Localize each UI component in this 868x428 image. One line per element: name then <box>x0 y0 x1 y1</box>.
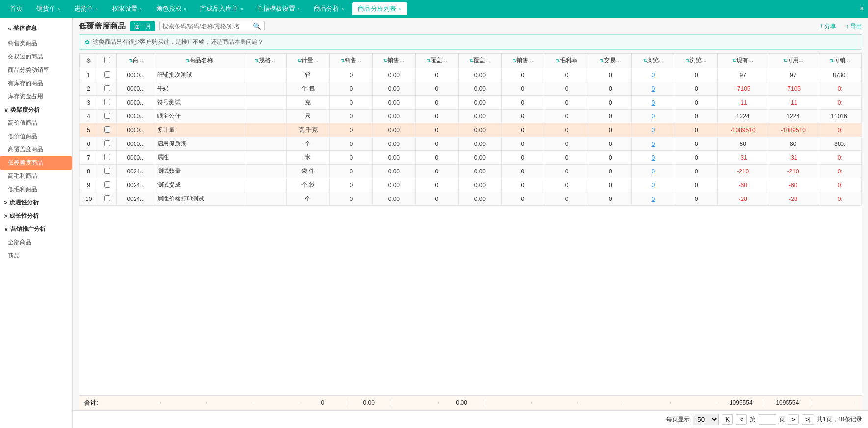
col-cover1[interactable]: ⇅覆盖... <box>415 54 459 68</box>
sidebar-item-traded-goods[interactable]: 交易过的商品 <box>0 50 72 63</box>
nav-tab-product-in[interactable]: 产成品入库单 × <box>194 2 249 15</box>
row-select-checkbox[interactable] <box>104 85 110 91</box>
browse-link[interactable]: 0 <box>651 154 655 161</box>
row-checkbox[interactable] <box>98 192 117 206</box>
browse-link[interactable]: 0 <box>651 141 655 147</box>
col-trade[interactable]: ⇅交易... <box>589 54 632 68</box>
sidebar-section-marketing[interactable]: ∨ 营销推广分析 <box>0 223 72 236</box>
col-gear[interactable]: ⚙ <box>80 54 98 68</box>
browse-link[interactable]: 0 <box>651 99 655 106</box>
row-browse1[interactable]: 0 <box>632 192 675 206</box>
row-browse1[interactable]: 0 <box>632 165 675 178</box>
col-current-stock[interactable]: ⇅现有... <box>718 54 768 68</box>
sidebar-item-new-goods[interactable]: 新品 <box>0 249 72 262</box>
row-select-checkbox[interactable] <box>104 99 110 105</box>
row-browse1[interactable]: 0 <box>632 68 675 82</box>
col-sellable[interactable]: ⇅可销... <box>818 54 862 68</box>
time-filter-button[interactable]: 近一月 <box>130 21 155 31</box>
row-browse1[interactable]: 0 <box>632 110 675 123</box>
search-input[interactable] <box>163 23 251 29</box>
row-checkbox[interactable] <box>98 123 117 137</box>
sidebar-item-high-margin[interactable]: 高毛利商品 <box>0 170 72 183</box>
nav-tab-purchase[interactable]: 进货单 × <box>68 2 104 15</box>
browse-link[interactable]: 0 <box>651 72 655 79</box>
sidebar-section-overview[interactable]: « 整体信息 <box>4 22 41 35</box>
nav-tab-goods-analysis[interactable]: 商品分析 × <box>308 2 350 15</box>
col-browse2[interactable]: ⇅浏览... <box>675 54 718 68</box>
sidebar-section-cluster[interactable]: ∨ 类聚度分析 <box>0 103 72 116</box>
row-select-checkbox[interactable] <box>104 181 110 188</box>
browse-link[interactable]: 0 <box>651 127 655 134</box>
close-icon[interactable]: × <box>297 6 300 12</box>
row-select-checkbox[interactable] <box>104 195 110 201</box>
col-cover2[interactable]: ⇅覆盖... <box>459 54 502 68</box>
col-checkbox[interactable] <box>98 54 117 68</box>
row-browse1[interactable]: 0 <box>632 82 675 96</box>
row-checkbox[interactable] <box>98 96 117 110</box>
row-browse1[interactable]: 0 <box>632 123 675 137</box>
browse-link[interactable]: 0 <box>651 196 655 202</box>
next-page-button[interactable]: > <box>788 414 799 425</box>
row-select-checkbox[interactable] <box>104 126 110 133</box>
col-code[interactable]: ⇅商... <box>117 54 155 68</box>
sidebar-item-high-coverage[interactable]: 高覆盖度商品 <box>0 143 72 156</box>
share-button[interactable]: ⤴ 分享 <box>820 22 836 30</box>
close-icon[interactable]: × <box>184 6 187 12</box>
browse-link[interactable]: 0 <box>651 86 655 92</box>
nav-tab-goods-list[interactable]: 商品分析列表 × <box>352 2 407 15</box>
export-button[interactable]: ↑ 导出 <box>846 22 862 30</box>
row-select-checkbox[interactable] <box>104 71 110 78</box>
col-margin[interactable]: ⇅毛利率 <box>544 54 589 68</box>
sidebar-item-stocked-goods[interactable]: 有库存的商品 <box>0 77 72 90</box>
sidebar-item-all-goods[interactable]: 全部商品 <box>0 236 72 249</box>
sidebar-item-high-value[interactable]: 高价值商品 <box>0 116 72 130</box>
sidebar-item-sales-goods[interactable]: 销售类商品 <box>0 37 72 50</box>
col-sale-amount[interactable]: ⇅销售... <box>373 54 416 68</box>
row-checkbox[interactable] <box>98 82 117 96</box>
close-icon[interactable]: × <box>240 6 243 12</box>
browse-link[interactable]: 0 <box>651 113 655 120</box>
row-checkbox[interactable] <box>98 137 117 151</box>
sidebar-item-category-rate[interactable]: 商品分类动销率 <box>0 63 72 77</box>
row-browse1[interactable]: 0 <box>632 137 675 151</box>
nav-tab-home[interactable]: 首页 <box>4 2 28 15</box>
row-checkbox[interactable] <box>98 68 117 82</box>
row-checkbox[interactable] <box>98 151 117 165</box>
close-icon[interactable]: × <box>341 6 344 12</box>
browse-link[interactable]: 0 <box>651 182 655 189</box>
close-icon[interactable]: × <box>398 6 401 12</box>
nav-tab-role[interactable]: 角色授权 × <box>150 2 192 15</box>
row-browse1[interactable]: 0 <box>632 96 675 110</box>
row-select-checkbox[interactable] <box>104 113 110 119</box>
first-page-button[interactable]: K <box>722 414 733 425</box>
col-browse1[interactable]: ⇅浏览... <box>632 54 675 68</box>
row-checkbox[interactable] <box>98 110 117 123</box>
row-browse1[interactable]: 0 <box>632 178 675 192</box>
sidebar-section-growth[interactable]: > 成长性分析 <box>0 209 72 223</box>
sidebar-item-low-coverage[interactable]: 低覆盖度商品 <box>0 156 72 170</box>
row-select-checkbox[interactable] <box>104 140 110 146</box>
row-select-checkbox[interactable] <box>104 154 110 160</box>
row-checkbox[interactable] <box>98 165 117 178</box>
close-icon[interactable]: × <box>139 6 142 12</box>
browse-link[interactable]: 0 <box>651 168 655 175</box>
close-icon[interactable]: × <box>57 6 60 12</box>
close-icon[interactable]: × <box>95 6 98 12</box>
col-spec[interactable]: ⇅规格... <box>244 54 287 68</box>
row-checkbox[interactable] <box>98 178 117 192</box>
nav-tab-sales[interactable]: 销货单 × <box>30 2 66 15</box>
sidebar-item-capital[interactable]: 库存资金占用 <box>0 90 72 103</box>
col-name[interactable]: ⇅商品名称 <box>155 54 244 68</box>
search-icon[interactable]: 🔍 <box>253 22 261 30</box>
nav-tab-permission[interactable]: 权限设置 × <box>106 2 148 15</box>
prev-page-button[interactable]: < <box>736 414 747 425</box>
select-all-checkbox[interactable] <box>104 57 110 63</box>
sidebar-section-flow[interactable]: > 流通性分析 <box>0 196 72 209</box>
row-browse1[interactable]: 0 <box>632 151 675 165</box>
col-available[interactable]: ⇅可用... <box>768 54 818 68</box>
window-close-button[interactable]: × <box>860 4 864 13</box>
row-select-checkbox[interactable] <box>104 168 110 174</box>
sidebar-item-low-value[interactable]: 低价值商品 <box>0 130 72 143</box>
col-sale-count[interactable]: ⇅销售... <box>329 54 373 68</box>
page-size-select[interactable]: 50 100 200 <box>693 414 719 425</box>
